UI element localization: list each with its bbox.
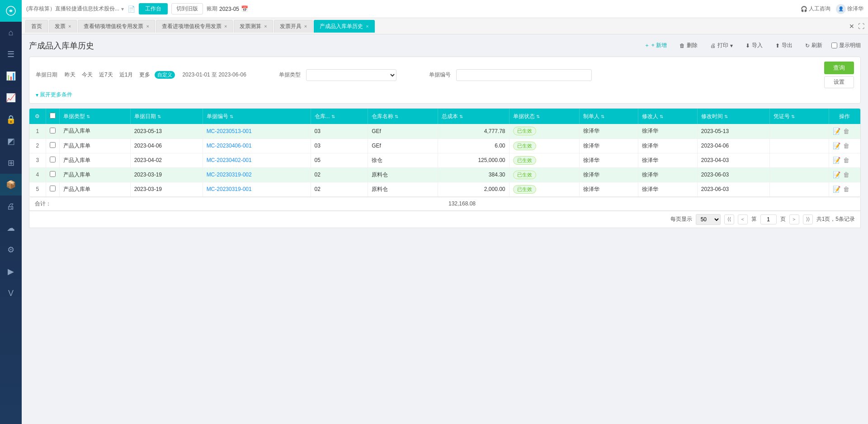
first-page-btn[interactable]: ⟨⟨ — [724, 214, 734, 224]
cell-check-1[interactable] — [46, 138, 59, 153]
tab-invoice[interactable]: 发票 × — [49, 20, 77, 33]
user-service[interactable]: 🎧 人工咨询 — [801, 5, 830, 13]
btn-today[interactable]: 今天 — [80, 70, 94, 80]
edit-icon-3[interactable]: 📝 — [833, 171, 840, 178]
row-checkbox-4[interactable] — [50, 186, 56, 191]
cell-check-3[interactable] — [46, 167, 59, 182]
cell-check-4[interactable] — [46, 182, 59, 196]
delete-icon-2[interactable]: 🗑 — [843, 157, 849, 164]
delete-icon-3[interactable]: 🗑 — [843, 171, 849, 178]
close-all-tabs[interactable]: ✕ — [849, 23, 854, 30]
prev-page-btn[interactable]: ＜ — [738, 214, 748, 224]
sidebar-item-lock[interactable]: 🔒 — [0, 109, 22, 130]
per-page-select[interactable]: 50 10 20 100 — [696, 214, 721, 225]
cell-number-0[interactable]: MC-20230513-001 — [203, 124, 311, 138]
tab-invoice-calc[interactable]: 发票测算 × — [234, 20, 273, 33]
sort-number-icon[interactable]: ⇅ — [230, 114, 233, 119]
sort-creator-icon[interactable]: ⇅ — [601, 114, 604, 119]
cell-number-4[interactable]: MC-20230319-001 — [203, 182, 311, 196]
edit-icon-0[interactable]: 📝 — [833, 128, 840, 135]
sort-status-icon[interactable]: ⇅ — [536, 114, 540, 119]
edit-icon-4[interactable]: 📝 — [833, 186, 840, 193]
new-button[interactable]: ＋ + 新增 — [641, 40, 670, 51]
import-button[interactable]: ⬇ 导入 — [742, 40, 766, 51]
tab-output-invoice[interactable]: 查看销项增值税专用发票 × — [78, 20, 155, 33]
edit-icon-1[interactable]: 📝 — [833, 142, 840, 149]
row-checkbox-2[interactable] — [50, 157, 56, 162]
number-link-2[interactable]: MC-20230402-001 — [207, 157, 252, 163]
close-tab-input[interactable]: × — [224, 24, 227, 29]
sort-modifier-icon[interactable]: ⇅ — [660, 114, 663, 119]
cell-check-0[interactable] — [46, 124, 59, 138]
sort-wcode-icon[interactable]: ⇅ — [331, 114, 335, 119]
row-checkbox-0[interactable] — [50, 128, 56, 133]
edit-icon-2[interactable]: 📝 — [833, 157, 840, 164]
set-button[interactable]: 设置 — [824, 76, 854, 88]
number-filter-input[interactable] — [456, 69, 592, 81]
close-tab-inbound[interactable]: × — [366, 24, 368, 29]
delete-button[interactable]: 🗑 删除 — [676, 40, 701, 51]
sidebar-item-stamp[interactable]: 🖨 — [0, 195, 22, 217]
sidebar-item-play[interactable]: ▶ — [0, 261, 22, 282]
sidebar-item-settings[interactable]: ⚙ — [0, 239, 22, 261]
sidebar-item-cloud[interactable]: ☁ — [0, 217, 22, 239]
refresh-button[interactable]: ↻ 刷新 — [802, 40, 826, 51]
workbench-button[interactable]: 工作台 — [139, 3, 168, 14]
delete-icon-4[interactable]: 🗑 — [843, 186, 849, 193]
th-settings[interactable]: ⚙ — [29, 109, 46, 124]
expand-tabs[interactable]: ⛶ — [858, 23, 864, 30]
btn-custom[interactable]: 自定义 — [155, 71, 175, 79]
expand-more-btn[interactable]: ▾ 展开更多条件 — [36, 91, 72, 99]
btn-last7days[interactable]: 近7天 — [97, 70, 115, 80]
delete-icon-1[interactable]: 🗑 — [843, 142, 849, 149]
sort-date-icon[interactable]: ⇅ — [157, 114, 161, 119]
sidebar-item-chart[interactable]: 📈 — [0, 87, 22, 109]
sidebar-item-grid[interactable]: ⊞ — [0, 152, 22, 174]
cell-number-2[interactable]: MC-20230402-001 — [203, 153, 311, 167]
check-all-checkbox[interactable] — [50, 113, 56, 119]
sort-type-icon[interactable]: ⇅ — [86, 114, 90, 119]
number-link-3[interactable]: MC-20230319-002 — [207, 172, 252, 178]
sort-wname-icon[interactable]: ⇅ — [395, 114, 398, 119]
show-detail-checkbox-input[interactable] — [831, 43, 837, 48]
user-profile[interactable]: 👤 徐泽华 — [836, 4, 863, 14]
type-filter-select[interactable] — [306, 69, 396, 81]
sort-mtime-icon[interactable]: ⇅ — [724, 114, 728, 119]
sidebar-item-home[interactable]: ⌂ — [0, 22, 22, 43]
tab-input-invoice[interactable]: 查看进项增值税专用发票 × — [156, 20, 233, 33]
btn-more[interactable]: 更多 — [137, 70, 152, 80]
number-link-4[interactable]: MC-20230319-001 — [207, 186, 252, 192]
print-button[interactable]: 🖨 打印 ▾ — [707, 40, 736, 51]
switch-version-button[interactable]: 切到旧版 — [171, 3, 203, 14]
tab-invoice-open[interactable]: 发票开具 × — [274, 20, 313, 33]
close-tab-invoice[interactable]: × — [68, 24, 71, 29]
close-tab-output[interactable]: × — [146, 24, 149, 29]
cell-number-1[interactable]: MC-20230406-001 — [203, 138, 311, 153]
sort-voucher-icon[interactable]: ⇅ — [791, 114, 795, 119]
last-page-btn[interactable]: ⟩⟩ — [803, 214, 813, 224]
sidebar-item-report[interactable]: 📊 — [0, 65, 22, 87]
row-checkbox-3[interactable] — [50, 171, 56, 177]
sidebar-item-version[interactable]: V — [0, 282, 22, 304]
tab-home[interactable]: 首页 — [25, 20, 48, 33]
btn-yesterday[interactable]: 昨天 — [63, 70, 77, 80]
row-checkbox-1[interactable] — [50, 142, 56, 148]
close-tab-calc[interactable]: × — [264, 24, 267, 29]
tab-product-inbound[interactable]: 产成品入库单历史 × — [314, 20, 374, 33]
sidebar-item-module[interactable]: ◩ — [0, 130, 22, 152]
query-button[interactable]: 查询 — [824, 62, 854, 74]
sidebar-item-storage[interactable]: 📦 — [0, 174, 22, 195]
export-button[interactable]: ⬆ 导出 — [772, 40, 796, 51]
show-detail-toggle[interactable]: 显示明细 — [831, 42, 861, 49]
number-link-1[interactable]: MC-20230406-001 — [207, 143, 252, 149]
next-page-btn[interactable]: ＞ — [789, 214, 799, 224]
sidebar-item-menu[interactable]: ☰ — [0, 43, 22, 65]
th-check-all[interactable] — [46, 109, 59, 124]
sort-cost-icon[interactable]: ⇅ — [459, 114, 463, 119]
btn-last1month[interactable]: 近1月 — [118, 70, 135, 80]
page-number-input[interactable] — [760, 214, 777, 224]
cell-check-2[interactable] — [46, 153, 59, 167]
delete-icon-0[interactable]: 🗑 — [843, 128, 849, 135]
number-link-0[interactable]: MC-20230513-001 — [207, 128, 252, 134]
close-tab-open[interactable]: × — [304, 24, 307, 29]
